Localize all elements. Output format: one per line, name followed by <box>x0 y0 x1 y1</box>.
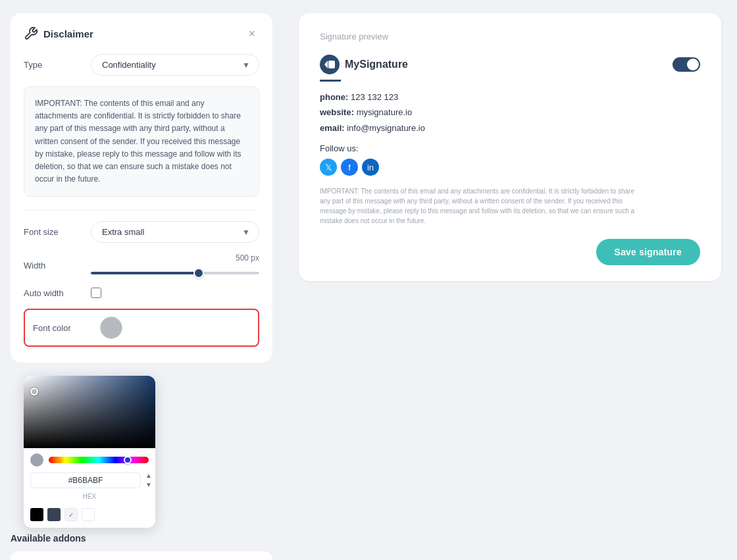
card-header: Disclaimer × <box>24 26 259 41</box>
swatch-checkmark[interactable]: ✓ <box>64 508 78 521</box>
font-color-row: Font color <box>24 309 259 347</box>
disclaimer-text: IMPORTANT: The contents of this email an… <box>35 97 248 186</box>
divider-1 <box>24 210 259 211</box>
font-size-row: Font size Extra small Small Medium Large… <box>24 221 259 243</box>
left-panel: Disclaimer × Type Confidentiality Legal … <box>0 0 283 560</box>
save-signature-button[interactable]: Save signature <box>596 239 700 265</box>
swatch-white[interactable] <box>82 508 95 521</box>
sig-divider <box>320 80 341 82</box>
color-picker-dot[interactable] <box>30 388 38 395</box>
toggle-switch[interactable] <box>673 57 700 72</box>
sig-header: MySignature <box>320 55 700 74</box>
sig-follow-label: Follow us: <box>320 143 700 153</box>
sig-disclaimer-text: IMPORTANT: The contents of this email an… <box>320 186 636 226</box>
type-row: Type Confidentiality Legal Custom ▼ <box>24 54 259 76</box>
auto-width-checkbox-wrapper <box>91 288 101 298</box>
hammer-icon <box>24 26 38 41</box>
addon-sign-off[interactable]: Sign off <box>11 551 272 560</box>
hue-slider[interactable] <box>49 457 149 463</box>
social-icons-row: 𝕏 f in <box>320 159 700 176</box>
available-addons: Available addons Sign off Social <box>11 533 272 560</box>
hex-input[interactable] <box>30 472 141 488</box>
close-button[interactable]: × <box>244 26 259 41</box>
type-dropdown-wrapper: Confidentiality Legal Custom ▼ <box>91 54 259 76</box>
color-picker-section: ▲ ▼ HEX ✓ <box>11 376 272 528</box>
addons-title: Available addons <box>11 533 272 544</box>
sig-website: website: mysignature.io <box>320 105 700 120</box>
color-swatches: ✓ <box>24 505 155 528</box>
save-btn-row: Save signature <box>320 239 700 265</box>
hex-row: ▲ ▼ <box>30 472 149 489</box>
hex-up-button[interactable]: ▲ <box>145 472 153 480</box>
facebook-icon[interactable]: f <box>341 159 358 176</box>
font-size-dropdown[interactable]: Extra small Small Medium Large <box>91 221 259 243</box>
color-picker-popup: ▲ ▼ HEX ✓ <box>24 376 155 528</box>
auto-width-label: Auto width <box>24 288 83 298</box>
brand-name: MySignature <box>345 59 408 70</box>
color-circle[interactable] <box>100 317 122 339</box>
disclaimer-text-box: IMPORTANT: The contents of this email an… <box>24 86 259 197</box>
card-title-row: Disclaimer <box>24 26 93 41</box>
width-value: 500 px <box>91 253 259 263</box>
hex-down-button[interactable]: ▼ <box>145 481 153 489</box>
hex-arrows: ▲ ▼ <box>145 472 153 489</box>
width-row: Width 500 px <box>24 253 259 277</box>
sig-brand: MySignature <box>320 55 408 74</box>
color-hue-row <box>30 453 149 467</box>
svg-rect-7 <box>328 61 335 68</box>
sig-phone: phone: 123 132 123 <box>320 89 700 105</box>
type-dropdown[interactable]: Confidentiality Legal Custom <box>91 54 259 76</box>
signature-preview-card: Signature preview MySignature phone: 123… <box>299 13 721 281</box>
auto-width-checkbox[interactable] <box>91 288 101 298</box>
card-title: Disclaimer <box>43 28 93 39</box>
right-panel: Signature preview MySignature phone: 123… <box>283 0 737 560</box>
disclaimer-card: Disclaimer × Type Confidentiality Legal … <box>11 13 272 363</box>
width-slider-container: 500 px <box>91 253 259 277</box>
width-slider[interactable] <box>91 272 259 274</box>
hue-thumb <box>124 456 132 464</box>
swatch-black[interactable] <box>30 508 43 521</box>
hex-label: HEX <box>30 493 149 500</box>
type-label: Type <box>24 60 83 70</box>
sig-email: email: info@mysignature.io <box>320 120 700 136</box>
sig-info: phone: 123 132 123 website: mysignature.… <box>320 89 700 136</box>
auto-width-row: Auto width <box>24 288 259 298</box>
grey-dot <box>30 453 43 467</box>
font-size-label: Font size <box>24 227 83 237</box>
toggle-knob <box>687 59 699 70</box>
width-label: Width <box>24 261 83 270</box>
twitter-icon[interactable]: 𝕏 <box>320 159 337 176</box>
color-gradient-area[interactable] <box>24 376 155 448</box>
swatch-darkgray[interactable] <box>47 508 61 521</box>
linkedin-icon[interactable]: in <box>362 159 379 176</box>
brand-logo-icon <box>320 55 340 74</box>
font-size-dropdown-wrapper: Extra small Small Medium Large ▼ <box>91 221 259 243</box>
preview-label: Signature preview <box>320 32 700 41</box>
color-picker-controls: ▲ ▼ HEX <box>24 448 155 505</box>
font-color-label: Font color <box>33 323 92 333</box>
